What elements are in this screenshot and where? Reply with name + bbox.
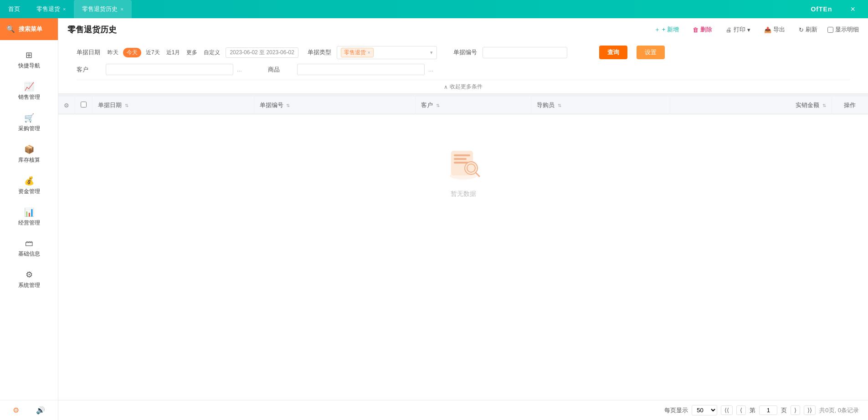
th-amount-sort-icon[interactable]: ⇅ bbox=[822, 103, 826, 108]
filter-row-1: 单据日期 昨天 今天 近7天 近1月 更多 自定义 2023-06-02 至 2… bbox=[77, 46, 850, 59]
top-bar: 首页 零售退货 × 零售退货历史 × OfTEn × bbox=[0, 0, 868, 18]
filter-area: 单据日期 昨天 今天 近7天 近1月 更多 自定义 2023-06-02 至 2… bbox=[67, 41, 859, 93]
sidebar-search[interactable]: 🔍 搜索菜单 bbox=[0, 18, 58, 40]
first-page-btn[interactable]: ⟨⟨ bbox=[721, 405, 733, 415]
th-ops-label: 操作 bbox=[844, 102, 856, 108]
th-voucher-label: 单据编号 bbox=[260, 102, 283, 108]
th-guide: 导购员 ⇅ bbox=[531, 97, 670, 114]
tab-list: 首页 零售退货 × 零售退货历史 × bbox=[0, 0, 802, 18]
th-guide-sort-icon[interactable]: ⇅ bbox=[558, 103, 561, 108]
date-opt-7days[interactable]: 近7天 bbox=[144, 48, 162, 57]
filter-goods-input[interactable] bbox=[297, 64, 425, 75]
pagination: 每页显示 50 100 200 ⟨⟨ ⟨ 第 页 ⟩ ⟩⟩ 共0页, 0条记录 bbox=[58, 400, 868, 420]
sidebar-item-operations[interactable]: 📊 经营管理 bbox=[3, 202, 55, 232]
export-button[interactable]: 📤 导出 bbox=[760, 24, 789, 36]
tab-home[interactable]: 首页 bbox=[0, 0, 28, 18]
date-range-value[interactable]: 2023-06-02 至 2023-06-02 bbox=[226, 47, 298, 58]
tab-retail-return-close[interactable]: × bbox=[63, 6, 66, 12]
page-header: 零售退货历史 ＋ + 新增 🗑 删除 🖨 打印 ▾ bbox=[58, 18, 868, 94]
filter-voucher-input[interactable] bbox=[483, 47, 567, 58]
th-customer: 客户 ⇅ bbox=[416, 97, 531, 114]
date-opt-more[interactable]: 更多 bbox=[185, 48, 199, 57]
svg-rect-2 bbox=[454, 154, 470, 156]
delete-button[interactable]: 🗑 删除 bbox=[689, 24, 716, 36]
brand-label: OfTEn bbox=[802, 5, 840, 13]
page-number-input[interactable] bbox=[759, 405, 777, 415]
customer-ellipsis[interactable]: ... bbox=[237, 66, 242, 73]
prev-page-btn[interactable]: ⟨ bbox=[736, 405, 746, 415]
table-area: ⚙ 单据日期 ⇅ 单据编号 ⇅ bbox=[58, 97, 868, 420]
th-amount: 实销金额 ⇅ bbox=[670, 97, 832, 114]
sidebar-item-inventory[interactable]: 📦 库存核算 bbox=[3, 139, 55, 169]
print-button[interactable]: 🖨 打印 ▾ bbox=[722, 24, 754, 36]
empty-state: 暂无数据 bbox=[58, 114, 868, 225]
th-settings[interactable]: ⚙ bbox=[58, 97, 75, 114]
th-checkbox[interactable] bbox=[75, 97, 92, 114]
print-dropdown-icon: ▾ bbox=[747, 26, 750, 33]
th-customer-label: 客户 bbox=[421, 102, 433, 108]
tab-retail-return-history[interactable]: 零售退货历史 × bbox=[74, 0, 131, 18]
sys-mgmt-label: 系统管理 bbox=[18, 282, 40, 289]
next-page-btn[interactable]: ⟩ bbox=[791, 405, 800, 415]
th-voucher-sort-icon[interactable]: ⇅ bbox=[286, 103, 290, 108]
type-tag-retail-return: 零售退货 × bbox=[341, 48, 374, 57]
show-detail-input[interactable] bbox=[827, 27, 833, 33]
last-page-btn[interactable]: ⟩⟩ bbox=[804, 405, 816, 415]
sidebar-item-sales-mgmt[interactable]: 📈 销售管理 bbox=[3, 76, 55, 107]
date-opt-custom[interactable]: 自定义 bbox=[202, 48, 222, 57]
type-tag-close-icon[interactable]: × bbox=[368, 50, 370, 55]
filter-customer-label: 客户 bbox=[77, 66, 102, 74]
collapse-filter-btn[interactable]: ∧ 收起更多条件 bbox=[77, 80, 850, 93]
top-bar-right: OfTEn × bbox=[802, 5, 868, 14]
collapse-label: 收起更多条件 bbox=[450, 83, 483, 91]
refresh-button[interactable]: ↻ 刷新 bbox=[795, 24, 821, 36]
show-detail-checkbox[interactable]: 显示明细 bbox=[827, 26, 859, 34]
sidebar-item-quick-nav[interactable]: ⊞ 快捷导航 bbox=[3, 45, 55, 75]
sales-icon: 📈 bbox=[24, 82, 34, 92]
filter-type-label: 单据类型 bbox=[308, 48, 333, 56]
finance-icon: 💰 bbox=[24, 176, 34, 186]
sidebar-item-finance[interactable]: 💰 资金管理 bbox=[3, 170, 55, 201]
filter-goods-item: 商品 ... bbox=[268, 64, 433, 75]
export-label: 导出 bbox=[773, 26, 785, 34]
th-customer-sort-icon[interactable]: ⇅ bbox=[436, 103, 440, 108]
page-title: 零售退货历史 bbox=[67, 24, 117, 35]
sidebar-item-basic-info[interactable]: 🗃 基础信息 bbox=[3, 233, 55, 263]
search-icon: 🔍 bbox=[6, 25, 15, 33]
refresh-label: 刷新 bbox=[806, 26, 817, 34]
sound-icon[interactable]: 🔊 bbox=[36, 406, 45, 415]
th-amount-label: 实销金额 bbox=[796, 102, 819, 108]
tab-retail-return[interactable]: 零售退货 × bbox=[28, 0, 74, 18]
finance-label: 资金管理 bbox=[18, 188, 40, 195]
sidebar-item-sys-mgmt[interactable]: ⚙ 系统管理 bbox=[3, 264, 55, 295]
date-opt-yesterday[interactable]: 昨天 bbox=[106, 48, 120, 57]
set-button[interactable]: 设置 bbox=[637, 46, 665, 59]
filter-type-dropdown[interactable]: 零售退货 × ▾ bbox=[337, 46, 437, 59]
svg-rect-3 bbox=[454, 158, 467, 160]
operations-label: 经营管理 bbox=[18, 219, 40, 227]
page-size-select[interactable]: 50 100 200 bbox=[692, 405, 717, 415]
tab-retail-return-history-label: 零售退货历史 bbox=[82, 5, 118, 13]
goods-ellipsis[interactable]: ... bbox=[428, 66, 433, 73]
sidebar-item-purchase-mgmt[interactable]: 🛒 采购管理 bbox=[3, 108, 55, 138]
th-ops: 操作 bbox=[832, 97, 868, 114]
date-opt-today[interactable]: 今天 bbox=[123, 48, 141, 57]
sidebar: 🔍 搜索菜单 ⊞ 快捷导航 📈 销售管理 🛒 采购管理 📦 库存核算 💰 bbox=[0, 18, 58, 420]
filter-customer-input[interactable] bbox=[106, 64, 233, 75]
window-close-btn[interactable]: × bbox=[845, 5, 861, 14]
collapse-icon: ∧ bbox=[444, 84, 448, 90]
svg-rect-4 bbox=[454, 162, 468, 164]
settings-bottom-icon[interactable]: ⚙ bbox=[13, 406, 19, 415]
tab-retail-return-history-close[interactable]: × bbox=[120, 6, 123, 12]
main-layout: 🔍 搜索菜单 ⊞ 快捷导航 📈 销售管理 🛒 采购管理 📦 库存核算 💰 bbox=[0, 18, 868, 420]
query-button[interactable]: 查询 bbox=[599, 46, 627, 59]
select-all-checkbox[interactable] bbox=[81, 102, 87, 108]
th-date-sort-icon[interactable]: ⇅ bbox=[125, 103, 128, 108]
basic-info-label: 基础信息 bbox=[18, 250, 40, 258]
new-icon: ＋ bbox=[654, 26, 660, 34]
filter-customer-item: 客户 ... bbox=[77, 64, 259, 75]
export-icon: 📤 bbox=[764, 26, 771, 33]
date-opt-1month[interactable]: 近1月 bbox=[164, 48, 182, 57]
main-table: ⚙ 单据日期 ⇅ 单据编号 ⇅ bbox=[58, 97, 868, 114]
new-button[interactable]: ＋ + 新增 bbox=[651, 24, 683, 36]
